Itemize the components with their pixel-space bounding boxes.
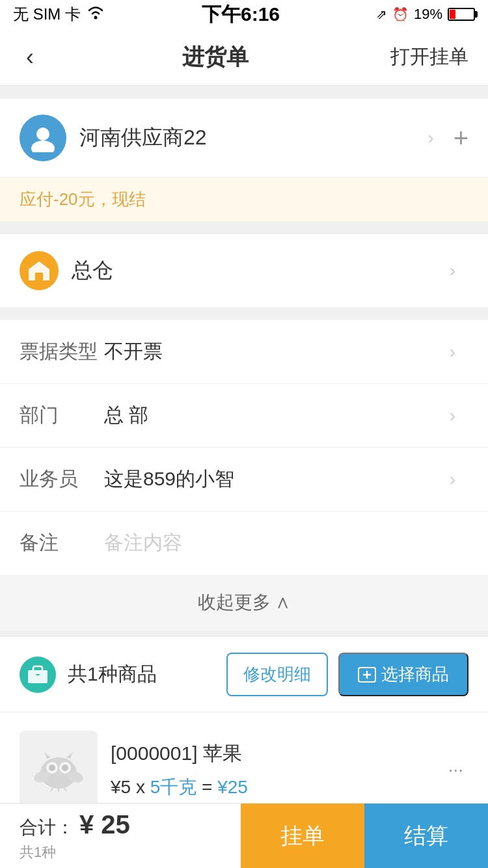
remark-label: 备注 [20, 530, 98, 556]
collapse-row[interactable]: 收起更多 ∧ [0, 575, 488, 631]
total-section: 合计： ¥ 25 共1种 [0, 810, 241, 862]
section-gap-4 [0, 631, 488, 636]
product-name: [0000001] 苹果 [111, 740, 430, 767]
add-supplier-button[interactable]: + [454, 124, 468, 153]
status-right: ⇗ ⏰ 19% [376, 6, 475, 23]
total-text: 合计： [20, 815, 74, 840]
products-header: 共1种商品 修改明细 选择商品 [0, 637, 488, 712]
remark-placeholder[interactable]: 备注内容 [104, 530, 468, 556]
form-row-ticket[interactable]: 票据类型 不开票 › [0, 320, 488, 384]
warehouse-icon [20, 251, 59, 290]
ticket-label: 票据类型 [20, 338, 98, 365]
svg-rect-3 [35, 273, 43, 280]
svg-marker-15 [44, 752, 51, 759]
form-row-department[interactable]: 部门 总 部 › [0, 384, 488, 448]
section-gap-2 [0, 221, 488, 234]
supplier-chevron-icon: › [427, 128, 433, 148]
products-count: 共1种商品 [68, 661, 226, 688]
total-amount: ¥ 25 [79, 810, 130, 839]
product-info: [0000001] 苹果 ¥5 x 5千克 = ¥25 [111, 740, 430, 800]
battery-percent: 19% [414, 6, 442, 23]
total-price: ¥25 [217, 777, 248, 797]
product-more-button[interactable]: ··· [443, 754, 468, 785]
svg-marker-16 [66, 752, 73, 759]
department-chevron-icon: › [450, 405, 455, 426]
warehouse-card[interactable]: 总仓 › [0, 234, 488, 307]
svg-rect-4 [28, 670, 47, 683]
svg-line-19 [51, 787, 53, 791]
total-label: 合计： ¥ 25 [20, 810, 221, 840]
svg-point-13 [62, 765, 68, 771]
location-icon: ⇗ [376, 7, 387, 22]
total-count: 共1种 [20, 843, 221, 862]
wifi-icon [86, 5, 105, 23]
ticket-value: 不开票 [104, 338, 450, 365]
salesperson-chevron-icon: › [450, 469, 455, 490]
svg-point-0 [94, 16, 98, 20]
status-bar: 无 SIM 卡 下午6:16 ⇗ ⏰ 19% [0, 0, 488, 29]
alarm-icon: ⏰ [392, 7, 409, 22]
warehouse-row[interactable]: 总仓 › [0, 234, 488, 307]
form-row-remark[interactable]: 备注 备注内容 [0, 511, 488, 575]
battery-icon [448, 8, 475, 21]
warehouse-chevron-icon: › [450, 260, 455, 281]
open-hang-button[interactable]: 打开挂单 [390, 44, 468, 70]
select-product-label: 选择商品 [381, 663, 449, 686]
salesperson-label: 业务员 [20, 466, 98, 493]
equals: = [202, 777, 217, 797]
form-row-salesperson[interactable]: 业务员 这是859的小智 › [0, 448, 488, 511]
products-icon [20, 657, 56, 693]
product-price: ¥5 x 5千克 = ¥25 [111, 775, 430, 800]
supplier-card: 河南供应商22 › + 应付-20元，现结 [0, 99, 488, 221]
carrier-label: 无 SIM 卡 [13, 4, 81, 25]
hang-button[interactable]: 挂单 [241, 804, 364, 869]
form-card: 票据类型 不开票 › 部门 总 部 › 业务员 这是859的小智 › 备注 备注… [0, 320, 488, 575]
edit-detail-button[interactable]: 修改明细 [226, 653, 328, 696]
warehouse-name: 总仓 [72, 256, 450, 285]
back-button[interactable]: ‹ [20, 37, 40, 77]
collapse-label: 收起更多 ∧ [198, 590, 291, 615]
department-label: 部门 [20, 402, 98, 429]
product-code: [0000001] 苹果 [111, 742, 242, 764]
status-time: 下午6:16 [202, 1, 280, 28]
supplier-name[interactable]: 河南供应商22 [79, 124, 427, 152]
owl-logo [33, 747, 85, 793]
page-title: 进货单 [182, 42, 249, 72]
svg-point-2 [31, 141, 55, 152]
svg-point-12 [49, 765, 55, 771]
section-gap-3 [0, 307, 488, 320]
section-gap-1 [0, 86, 488, 99]
department-value: 总 部 [104, 402, 450, 429]
checkout-button[interactable]: 结算 [364, 804, 488, 869]
supplier-row: 河南供应商22 › + [0, 99, 488, 178]
ticket-chevron-icon: › [450, 342, 455, 362]
select-product-button[interactable]: 选择商品 [338, 653, 468, 696]
svg-point-1 [36, 128, 49, 141]
supplier-notice: 应付-20元，现结 [0, 178, 488, 221]
nav-bar: ‹ 进货单 打开挂单 [0, 29, 488, 86]
product-thumbnail [20, 731, 98, 809]
status-left: 无 SIM 卡 [13, 4, 105, 25]
supplier-avatar [20, 115, 66, 161]
salesperson-value: 这是859的小智 [104, 466, 450, 493]
svg-rect-5 [36, 674, 40, 675]
bottom-bar: 合计： ¥ 25 共1种 挂单 结算 [0, 803, 488, 868]
unit-price: ¥5 x [111, 777, 150, 797]
svg-line-21 [64, 787, 66, 791]
quantity: 5千克 [150, 777, 197, 797]
